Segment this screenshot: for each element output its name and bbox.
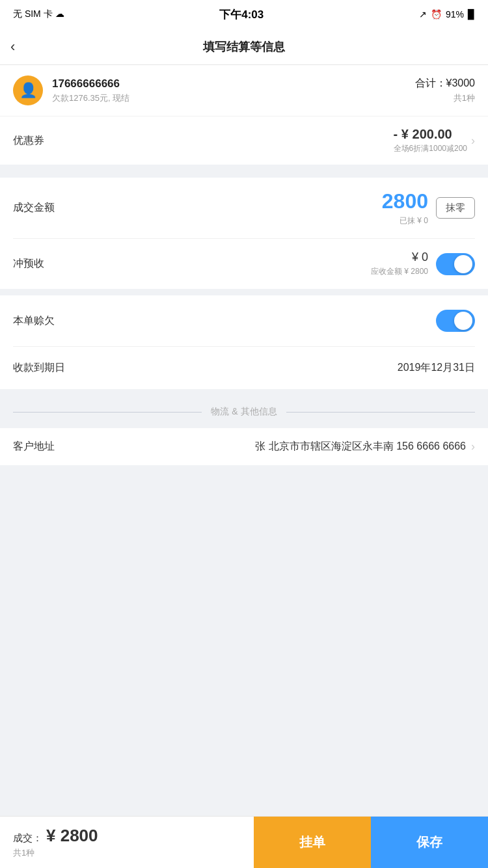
bottom-summary: 成交： ¥ 2800 共1种 <box>0 826 254 859</box>
location-icon: ↗ <box>419 9 427 20</box>
bottom-bar: 成交： ¥ 2800 共1种 挂单 保存 <box>0 816 488 868</box>
chevron-right-icon: › <box>471 134 475 148</box>
chong-sub: 应收金额 ¥ 2800 <box>371 266 428 277</box>
due-date-value: 2019年12月31日 <box>398 361 475 375</box>
battery-label: 91% <box>446 9 464 20</box>
divider-3 <box>0 389 488 396</box>
coupon-right: - ¥ 200.00 全场6折满1000减200 › <box>394 127 475 154</box>
divider-1 <box>0 171 488 178</box>
total-amount: 合计：¥3000 <box>415 77 476 90</box>
bottom-deal: 成交： ¥ 2800 <box>13 826 241 846</box>
chong-right: ¥ 0 应收金额 ¥ 2800 <box>371 251 475 277</box>
status-right: ↗ ⏰ 91% ▉ <box>419 9 475 20</box>
bottom-deal-label: 成交： <box>13 832 42 845</box>
deal-amount-row: 成交金额 2800 已抹 ¥ 0 抹零 <box>13 178 475 239</box>
due-date-label: 收款到期日 <box>13 361 65 375</box>
chong-value: ¥ 0 <box>371 251 428 264</box>
deal-amount-value: 2800 <box>382 189 428 213</box>
logistics-divider: 物流 & 其他信息 <box>0 396 488 428</box>
address-section: 客户地址 张 北京市市辖区海淀区永丰南 156 6666 6666 › <box>0 428 488 465</box>
status-bar: 无 SIM 卡 ☁ 下午4:03 ↗ ⏰ 91% ▉ <box>0 0 488 29</box>
divider-bottom <box>0 465 488 556</box>
address-row[interactable]: 客户地址 张 北京市市辖区海淀区永丰南 156 6666 6666 › <box>13 428 475 465</box>
page-title: 填写结算等信息 <box>203 39 285 55</box>
bendan-row: 本单赊欠 <box>13 295 475 347</box>
customer-left: 👤 17666666666 欠款1276.35元, 现结 <box>13 75 129 105</box>
customer-row: 👤 17666666666 欠款1276.35元, 现结 合计：¥3000 共1… <box>0 65 488 116</box>
logistics-line-right <box>286 412 475 413</box>
avatar: 👤 <box>13 75 43 105</box>
amount-value-wrapper: 2800 已抹 ¥ 0 <box>382 189 428 226</box>
battery-icon: ▉ <box>468 9 475 20</box>
save-button[interactable]: 保存 <box>371 817 488 869</box>
deal-amount-sub: 已抹 ¥ 0 <box>382 215 428 226</box>
customer-right: 合计：¥3000 共1种 <box>415 77 476 104</box>
coupon-right-text: - ¥ 200.00 全场6折满1000减200 <box>394 127 467 154</box>
round-button[interactable]: 抹零 <box>436 197 475 219</box>
chong-label: 冲预收 <box>13 257 44 271</box>
chong-row: 冲预收 ¥ 0 应收金额 ¥ 2800 <box>13 239 475 289</box>
back-button[interactable]: ‹ <box>10 38 15 55</box>
amount-section: 成交金额 2800 已抹 ¥ 0 抹零 冲预收 ¥ 0 应收金额 ¥ 2800 <box>0 178 488 289</box>
bottom-spacer <box>0 556 488 615</box>
coupon-desc: 全场6折满1000减200 <box>394 143 467 154</box>
address-content: 张 北京市市辖区海淀区永丰南 156 6666 6666 <box>65 440 471 454</box>
chong-toggle[interactable] <box>436 253 475 275</box>
chong-amount: ¥ 0 应收金额 ¥ 2800 <box>371 251 428 277</box>
hold-button[interactable]: 挂单 <box>254 817 371 869</box>
bendan-section: 本单赊欠 收款到期日 2019年12月31日 <box>0 295 488 389</box>
customer-phone: 17666666666 <box>52 77 129 90</box>
due-date-row: 收款到期日 2019年12月31日 <box>13 347 475 389</box>
deal-amount-right: 2800 已抹 ¥ 0 抹零 <box>382 189 475 226</box>
coupon-row[interactable]: 优惠券 - ¥ 200.00 全场6折满1000减200 › <box>0 116 488 165</box>
status-time: 下午4:03 <box>219 7 264 22</box>
bendan-label: 本单赊欠 <box>13 314 55 328</box>
sim-label: 无 SIM 卡 ☁ <box>13 8 64 20</box>
bendan-toggle[interactable] <box>436 310 475 332</box>
coupon-discount: - ¥ 200.00 <box>394 127 467 142</box>
address-chevron-icon: › <box>471 440 475 454</box>
divider-2 <box>0 289 488 295</box>
total-count: 共1种 <box>415 92 476 104</box>
bottom-count: 共1种 <box>13 847 241 859</box>
logistics-line-left <box>13 412 202 413</box>
alarm-icon: ⏰ <box>431 9 442 20</box>
nav-bar: ‹ 填写结算等信息 <box>0 29 488 65</box>
deal-amount-label: 成交金额 <box>13 201 55 215</box>
bottom-amount: ¥ 2800 <box>46 826 98 846</box>
customer-section: 👤 17666666666 欠款1276.35元, 现结 合计：¥3000 共1… <box>0 65 488 165</box>
logistics-text: 物流 & 其他信息 <box>202 406 286 418</box>
status-left: 无 SIM 卡 ☁ <box>13 8 64 20</box>
coupon-label: 优惠券 <box>13 134 44 148</box>
customer-sub: 欠款1276.35元, 现结 <box>52 92 129 104</box>
address-label: 客户地址 <box>13 440 65 454</box>
customer-info: 17666666666 欠款1276.35元, 现结 <box>52 77 129 104</box>
